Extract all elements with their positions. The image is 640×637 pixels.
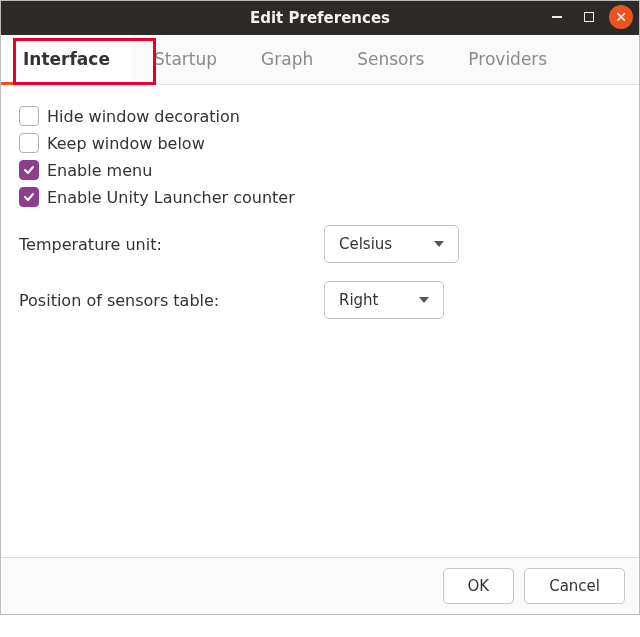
window-title: Edit Preferences (250, 9, 390, 27)
maximize-button[interactable] (577, 5, 601, 29)
check-icon (23, 164, 35, 176)
label-temperature-unit: Temperature unit: (19, 235, 324, 254)
checkbox-unity-counter[interactable] (19, 187, 39, 207)
select-temperature-unit[interactable]: Celsius (324, 225, 459, 263)
chevron-down-icon (419, 297, 429, 303)
tab-interface[interactable]: Interface (1, 35, 132, 85)
dialog-footer: OK Cancel (1, 557, 639, 614)
check-icon (23, 191, 35, 203)
chevron-down-icon (434, 241, 444, 247)
ok-button[interactable]: OK (443, 568, 515, 604)
minimize-icon (552, 16, 562, 18)
checkbox-row-hide-decoration[interactable]: Hide window decoration (19, 106, 621, 126)
tab-content-interface: Hide window decoration Keep window below… (1, 85, 639, 557)
select-sensors-position[interactable]: Right (324, 281, 444, 319)
checkbox-label: Enable menu (47, 161, 152, 180)
checkbox-row-enable-menu[interactable]: Enable menu (19, 160, 621, 180)
tab-providers[interactable]: Providers (446, 35, 569, 84)
tabs: Interface Startup Graph Sensors Provider… (1, 35, 639, 85)
titlebar[interactable]: Edit Preferences ✕ (1, 1, 639, 35)
select-value: Celsius (339, 235, 392, 253)
row-temperature-unit: Temperature unit: Celsius (19, 225, 621, 263)
close-button[interactable]: ✕ (609, 5, 633, 29)
minimize-button[interactable] (545, 5, 569, 29)
label-sensors-position: Position of sensors table: (19, 291, 324, 310)
checkbox-enable-menu[interactable] (19, 160, 39, 180)
checkbox-keep-below[interactable] (19, 133, 39, 153)
checkbox-label: Hide window decoration (47, 107, 240, 126)
cancel-button[interactable]: Cancel (524, 568, 625, 604)
close-icon: ✕ (615, 10, 627, 24)
window-controls: ✕ (545, 5, 633, 29)
row-sensors-position: Position of sensors table: Right (19, 281, 621, 319)
preferences-window: Edit Preferences ✕ Interface Startup Gra… (0, 0, 640, 615)
tab-startup[interactable]: Startup (132, 35, 239, 84)
checkbox-row-unity-counter[interactable]: Enable Unity Launcher counter (19, 187, 621, 207)
tab-graph[interactable]: Graph (239, 35, 335, 84)
checkbox-hide-decoration[interactable] (19, 106, 39, 126)
maximize-icon (584, 12, 594, 22)
tab-sensors[interactable]: Sensors (335, 35, 446, 84)
checkbox-label: Enable Unity Launcher counter (47, 188, 295, 207)
checkbox-row-keep-below[interactable]: Keep window below (19, 133, 621, 153)
select-value: Right (339, 291, 379, 309)
checkbox-label: Keep window below (47, 134, 205, 153)
tab-area: Interface Startup Graph Sensors Provider… (1, 35, 639, 85)
